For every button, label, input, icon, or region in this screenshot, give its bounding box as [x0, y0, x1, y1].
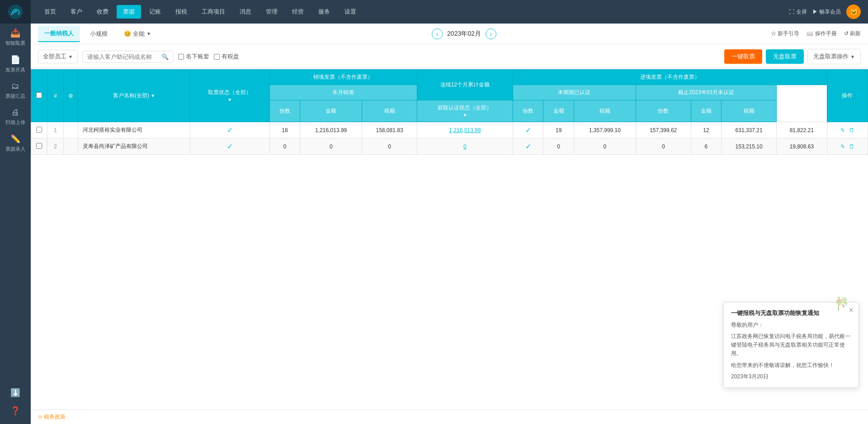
manual-icon: 📖 [807, 30, 813, 37]
tax-disk-checkbox[interactable]: 有税盘 [214, 52, 239, 61]
nav-tax[interactable]: 报税 [169, 5, 193, 19]
no-disk-ops-btn[interactable]: 无盘取票操作 ▼ [807, 49, 861, 64]
edit-icon[interactable]: ✎ [840, 143, 845, 150]
sidebar-item-help[interactable]: ❓ [0, 401, 31, 419]
row-select-checkbox[interactable] [36, 127, 42, 133]
detail-icon[interactable]: 🗒 [849, 127, 854, 133]
nav-billing[interactable]: 收费 [90, 5, 115, 19]
nav-bookkeeping[interactable]: 记账 [143, 5, 167, 19]
sidebar-item-invoice-open[interactable]: 📄 发票开具 [0, 50, 31, 77]
cert-status-icon: ✓ [525, 143, 531, 150]
settings-icon[interactable]: ⚙ [68, 93, 73, 99]
date-next-btn[interactable]: › [486, 29, 496, 39]
smart-fetch-icon: 📥 [10, 28, 20, 38]
notification-popup: ✕ 🎋 一键报税与无盘取票功能恢复通知 尊敬的用户： 江苏政务网已恢复访问电子税… [723, 302, 859, 388]
row-client: 灵寿县尚泽矿产品有限公司 [78, 138, 190, 155]
row-select-checkbox[interactable] [36, 143, 42, 149]
scan-icon: 🖨 [11, 108, 19, 117]
tax-policy-link[interactable]: ⊙ 税务政策 [38, 413, 66, 421]
sub-account-checkbox[interactable]: 名下账套 [178, 52, 209, 61]
sidebar: 📥 智能取票 📄 发票开具 🗂 票据汇总 🖨 扫描上传 ✏️ 票据录入 ⬇️ ❓ [0, 0, 31, 424]
sidebar-item-download[interactable]: ⬇️ [0, 383, 31, 401]
sidebar-item-data-entry[interactable]: ✏️ 票据录入 [0, 129, 31, 156]
row-action-icon [64, 122, 78, 138]
row-cumulative[interactable]: 1,216,013.99 [417, 122, 513, 138]
filter-icon[interactable]: ▼ [227, 97, 232, 102]
nav-settings[interactable]: 设置 [338, 5, 363, 19]
tab-all[interactable]: 😊 全能 ▼ [118, 26, 157, 42]
invoice-open-icon: 📄 [10, 55, 20, 65]
row-until-tax: 19,808.63 [777, 138, 827, 155]
client-search-input[interactable] [87, 53, 160, 60]
tab-general-taxpayer[interactable]: 一般纳税人 [38, 26, 80, 42]
search-icon[interactable]: 🔍 [161, 53, 169, 60]
sidebar-item-invoice-summary[interactable]: 🗂 票据汇总 [0, 77, 31, 103]
row-ops: ✎ 🗒 [827, 122, 868, 138]
cert-status-icon: ✓ [525, 126, 531, 134]
fetch-status-icon: ✓ [227, 143, 233, 150]
row-until-amount: 631,337.21 [722, 122, 777, 138]
row-checkbox[interactable] [31, 138, 47, 155]
main-table: # ⚙ 客户名称(全部) ▼ 取票状态（全部） ▼ 销项发票（不含作废票） [31, 69, 868, 155]
row-until-count: 12 [691, 122, 722, 138]
row-period-count: 0 [543, 138, 574, 155]
row-period-tax: 157,399.62 [636, 122, 691, 138]
nav-message[interactable]: 消息 [233, 5, 258, 19]
dropdown-icon: ▼ [146, 31, 151, 36]
nav-business[interactable]: 工商项目 [195, 5, 231, 19]
row-cert-status: ✓ [513, 122, 543, 138]
help-icon: ❓ [10, 406, 20, 416]
nav-invoice[interactable]: 票据 [117, 5, 141, 19]
detail-icon[interactable]: 🗒 [849, 143, 854, 150]
col-period-count: 份数 [513, 100, 543, 122]
no-disk-fetch-btn[interactable]: 无盘取票 [766, 49, 804, 64]
data-entry-icon: ✏️ [10, 134, 20, 144]
client-search-box: 🔍 [82, 51, 174, 63]
select-all-checkbox[interactable] [36, 92, 42, 98]
filter-icon[interactable]: ▼ [462, 113, 467, 118]
avatar[interactable]: 🐱 [846, 5, 861, 19]
row-index: 2 [47, 138, 64, 155]
notification-decor: 🎋 [834, 296, 849, 311]
col-until-tax: 税额 [722, 100, 777, 122]
row-until-tax: 81,822.21 [777, 122, 827, 138]
row-fetch-status: ✓ [190, 138, 269, 155]
filter-icon[interactable]: ▼ [151, 93, 155, 98]
employee-select[interactable]: 全部员工 ▼ [38, 50, 78, 63]
action-bar-right: 一键取票 无盘取票 无盘取票操作 ▼ [724, 49, 861, 64]
top-nav: 首页 客户 收费 票据 记账 报税 工商项目 消息 管理 经营 服务 设置 ⛶ … [31, 0, 868, 24]
all-icon: 😊 [124, 30, 131, 37]
nav-manage[interactable]: 管理 [259, 5, 284, 19]
sidebar-bottom: ⬇️ ❓ [0, 383, 31, 424]
nav-home[interactable]: 首页 [38, 5, 62, 19]
row-month-amount: 1,216,013.99 [300, 122, 362, 138]
chevron-down-icon: ▼ [850, 54, 855, 59]
row-action-icon [64, 138, 78, 155]
row-month-tax: 158,081.83 [362, 122, 417, 138]
col-month-amount: 金额 [300, 100, 362, 122]
sidebar-item-smart-fetch[interactable]: 📥 智能取票 [0, 24, 31, 50]
manual-btn[interactable]: 📖 操作手册 [807, 30, 836, 38]
row-period-tax: 0 [636, 138, 691, 155]
tab-small-scale[interactable]: 小规模 [84, 26, 114, 42]
sub-account-check[interactable] [178, 54, 184, 60]
row-cumulative[interactable]: 0 [417, 138, 513, 155]
subheader-current-period: 本期期已认证 [513, 85, 636, 100]
new-guide-btn[interactable]: ☆ 新手引导 [771, 30, 799, 38]
tax-disk-check[interactable] [214, 54, 220, 60]
date-nav: ‹ 2023年02月 › [432, 29, 496, 39]
edit-icon[interactable]: ✎ [840, 127, 845, 133]
date-prev-btn[interactable]: ‹ [432, 29, 443, 39]
sidebar-item-scan-upload[interactable]: 🖨 扫描上传 [0, 103, 31, 129]
row-month-count: 0 [269, 138, 300, 155]
member-btn[interactable]: ▶ 畅享会员 [812, 8, 841, 16]
refresh-btn[interactable]: ↺ 刷新 [844, 30, 861, 38]
nav-client[interactable]: 客户 [64, 5, 89, 19]
fullscreen-btn[interactable]: ⛶ 全屏 [789, 8, 807, 16]
row-checkbox[interactable] [31, 122, 47, 138]
row-period-count: 19 [543, 122, 574, 138]
nav-operation[interactable]: 经营 [286, 5, 310, 19]
one-click-fetch-btn[interactable]: 一键取票 [724, 49, 762, 64]
row-month-amount: 0 [300, 138, 362, 155]
nav-service[interactable]: 服务 [312, 5, 336, 19]
